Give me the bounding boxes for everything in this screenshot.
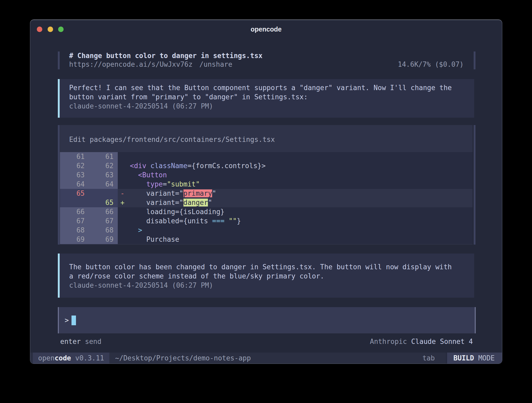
diff-new-lineno: 68 [89,226,118,235]
edit-tool-block: Edit packages/frontend/src/containers/Se… [58,125,476,245]
diff-new-lineno: 69 [89,235,118,244]
diff-old-lineno: 61 [60,152,89,161]
assistant-message: The button color has been changed to dan… [58,254,474,298]
edit-right-scrollbar [474,125,475,245]
main-content: # Change button color to danger in setti… [58,20,476,364]
edit-left-bar [58,125,60,245]
diff-change-marker [118,216,130,226]
hint-row: entersend AnthropicClaude Sonnet 4 [60,338,473,345]
diff-change-marker [118,207,130,216]
send-action-hint: send [85,338,101,345]
diff-row: 6767 disabled={units === ""} [60,216,473,226]
tab-key-hint[interactable]: tab [422,353,446,364]
diff-old-lineno: 65 [60,189,89,198]
diff-view: 61616262<div className={formCs.controls}… [60,152,473,244]
prompt-chevron: > [65,316,69,324]
diff-row: 65- variant="primary" [60,189,473,198]
app-version-chip: opencodev0.3.11 [33,353,109,364]
diff-old-lineno: 67 [60,216,89,226]
diff-old-lineno [60,198,89,207]
edit-file-title: Edit packages/frontend/src/containers/Se… [60,125,473,143]
app-name-code: code [55,354,71,362]
diff-change-marker: - [118,189,130,198]
build-mode-chip[interactable]: BUILDMODE [446,353,502,364]
diff-change-marker [118,180,130,189]
mode-word: MODE [478,354,495,362]
diff-old-lineno: 62 [60,161,89,170]
session-header: # Change button color to danger in setti… [58,51,476,69]
diff-new-lineno: 63 [89,170,118,180]
diff-new-lineno: 65 [89,198,118,207]
diff-code-line: <div className={formCs.controls}> [130,161,473,170]
message-text-line: Perfect! I can see that the Button compo… [69,83,474,92]
app-version: v0.3.11 [75,354,104,362]
diff-new-lineno: 66 [89,207,118,216]
diff-row: 6262<div className={formCs.controls}> [60,161,473,170]
message-model-timestamp: claude-sonnet-4-20250514 (06:27 PM) [69,102,474,111]
diff-old-lineno: 69 [60,235,89,244]
diff-code-line: <Button [130,170,473,180]
message-model-timestamp: claude-sonnet-4-20250514 (06:27 PM) [69,281,474,290]
share-url-link[interactable]: https://opencode.ai/s/UwJxv76z [69,60,193,68]
diff-change-marker [118,152,130,161]
header-right-bar [474,51,475,69]
mode-name: BUILD [453,354,474,362]
diff-code-line: type="submit" [130,180,473,189]
diff-row: 6969 Purchase [60,235,473,244]
model-label: Claude Sonnet 4 [411,338,473,345]
app-name-open: open [38,354,55,362]
text-cursor [71,316,76,325]
diff-code-line: Purchase [130,235,473,244]
diff-row: 6464 type="submit" [60,180,473,189]
diff-code-line: disabled={units === ""} [130,216,473,226]
diff-change-marker [118,226,130,235]
prompt-input[interactable]: > [58,307,476,333]
message-text-line: a red/rose color scheme instead of the b… [69,272,474,281]
opencode-window: opencode # Change button color to danger… [30,19,502,364]
diff-new-lineno: 67 [89,216,118,226]
diff-change-marker [118,161,130,170]
diff-new-lineno: 62 [89,161,118,170]
assistant-message: Perfect! I can see that the Button compo… [58,79,474,118]
diff-row: 6161 [60,152,473,161]
enter-key-hint: enter [60,338,81,345]
diff-new-lineno: 61 [89,152,118,161]
diff-code-line [130,152,473,161]
diff-change-marker [118,170,130,180]
diff-row: 6666 loading={isLoading} [60,207,473,216]
diff-row: 6868 > [60,226,473,235]
working-directory: ~/Desktop/Projects/demo-notes-app [109,353,251,364]
header-left-bar [58,51,60,69]
status-bar: opencodev0.3.11 ~/Desktop/Projects/demo-… [30,353,502,364]
diff-old-lineno: 63 [60,170,89,180]
diff-old-lineno: 68 [60,226,89,235]
provider-label: Anthropic [370,338,407,345]
diff-code-line: loading={isLoading} [130,207,473,216]
diff-row: 65+ variant="danger" [60,198,473,207]
diff-new-lineno: 64 [89,180,118,189]
unshare-command[interactable]: /unshare [200,60,232,68]
diff-old-lineno: 64 [60,180,89,189]
message-text-line: The button color has been changed to dan… [69,262,474,272]
diff-code-line: variant="danger" [130,198,473,207]
diff-new-lineno [89,189,118,198]
diff-row: 6363 <Button [60,170,473,180]
diff-old-lineno: 66 [60,207,89,216]
diff-change-marker: + [118,198,130,207]
token-usage: 14.6K/7% ($0.07) [398,60,464,69]
session-title: # Change button color to danger in setti… [69,51,464,60]
diff-code-line: variant="primary" [130,189,473,198]
message-text-line: button variant from "primary" to "danger… [69,92,474,102]
diff-code-line: > [130,226,473,235]
diff-change-marker [118,235,130,244]
